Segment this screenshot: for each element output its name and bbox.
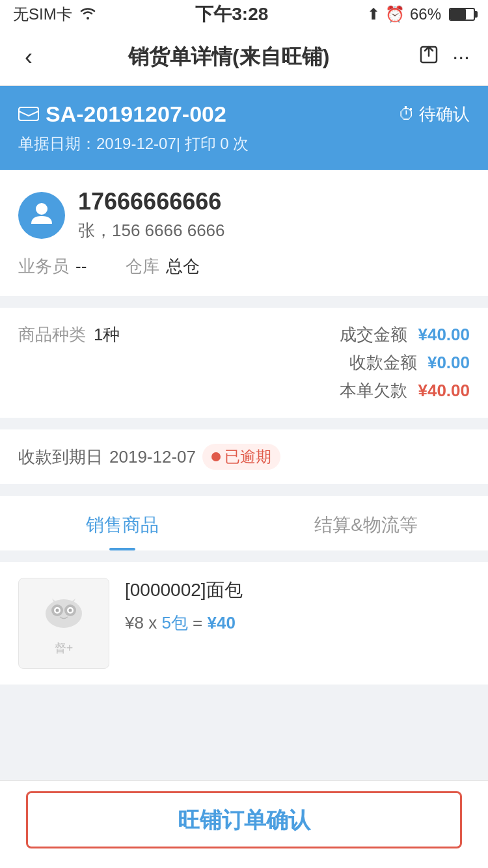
transaction-row: 成交金额 ¥40.00 [340,323,470,346]
salesperson-label: 业务员 [18,255,69,278]
nav-bar: ‹ 销货单详情(来自旺铺) ··· [0,29,488,86]
customer-info: 17666666666 张，156 6666 6666 [78,188,225,242]
product-info: [0000002]面包 ¥8 x 5包 = ¥40 [125,578,470,634]
owed-value: ¥40.00 [418,381,470,401]
overdue-badge: 已逾期 [202,444,280,470]
summary-left: 商品种类 1种 [18,323,120,346]
customer-card: 17666666666 张，156 6666 6666 业务员 -- 仓库 总仓 [0,170,488,296]
product-thumbnail: 督+ [18,578,109,669]
warehouse-item: 仓库 总仓 [126,255,200,278]
product-card: 督+ [0000002]面包 ¥8 x 5包 = ¥40 [0,562,488,685]
battery-percent: 66% [410,5,441,23]
transaction-value: ¥40.00 [418,325,470,345]
customer-top: 17666666666 张，156 6666 6666 [18,188,470,242]
tabs-bar: 销售商品 结算&物流等 [0,496,488,550]
carrier-text: 无SIM卡 [13,4,72,25]
owed-label: 本单欠款 [340,379,407,402]
salesperson-value: -- [75,256,87,277]
product-name: [0000002]面包 [125,578,470,603]
payment-row: 收款金额 ¥0.00 [349,351,470,374]
svg-point-8 [56,609,59,612]
status-time-icon: ⏱ [398,104,415,124]
svg-point-3 [46,599,82,628]
status-right: ⬆ ⏰ 66% [367,5,475,23]
customer-phone: 17666666666 [78,188,225,215]
tab-settlement[interactable]: 结算&物流等 [244,496,488,550]
product-thumb-label: 督+ [55,640,74,656]
avatar-icon [29,199,55,231]
order-id: SA-20191207-002 [18,102,226,127]
due-date-value: 2019-12-07 [109,447,196,467]
tab-sales-product[interactable]: 销售商品 [0,496,244,550]
warehouse-value: 总仓 [166,255,200,278]
product-quantity: 5包 [161,613,187,632]
battery-icon [449,8,475,21]
overdue-dot-icon [211,452,221,461]
product-unit-price: ¥8 [125,613,144,632]
salesperson-item: 业务员 -- [18,255,87,278]
product-multiply-sign: x [148,613,161,632]
product-equal-sign: = [193,613,207,632]
page-title: 销货单详情(来自旺铺) [128,43,329,72]
order-icon [18,102,39,127]
summary-card: 商品种类 1种 成交金额 ¥40.00 收款金额 ¥0.00 本单欠款 ¥40.… [0,308,488,418]
order-header-top: SA-20191207-002 ⏱ 待确认 [18,102,470,127]
share-icon[interactable] [418,44,439,70]
wifi-icon [79,5,97,23]
product-total: ¥40 [208,613,236,632]
category-label: 商品种类 [18,323,86,346]
customer-meta: 业务员 -- 仓库 总仓 [18,255,470,278]
order-date: 单据日期：2019-12-07| 打印 0 次 [18,133,470,154]
payment-label: 收款金额 [349,351,417,374]
due-date-label: 收款到期日 [18,446,103,468]
status-bar: 无SIM卡 下午3:28 ⬆ ⏰ 66% [0,0,488,29]
status-left: 无SIM卡 [13,4,97,25]
customer-name: 张，156 6666 6666 [78,219,225,242]
avatar [18,192,65,239]
warehouse-label: 仓库 [126,255,159,278]
product-owl-icon [38,591,90,638]
payment-value: ¥0.00 [427,353,470,373]
svg-point-9 [69,609,72,612]
order-header-card: SA-20191207-002 ⏱ 待确认 单据日期：2019-12-07| 打… [0,86,488,170]
back-button[interactable]: ‹ [18,37,39,77]
alarm-icon: ⏰ [385,5,405,23]
status-time: 下午3:28 [195,2,268,27]
confirm-button[interactable]: 旺铺订单确认 [26,791,462,848]
overdue-text: 已逾期 [224,446,271,467]
due-date-card: 收款到期日 2019-12-07 已逾期 [0,429,488,484]
location-icon: ⬆ [367,5,380,23]
summary-category: 商品种类 1种 [18,323,120,346]
svg-point-2 [36,203,47,215]
category-value: 1种 [94,323,120,346]
more-icon[interactable]: ··· [452,45,470,69]
transaction-label: 成交金额 [340,323,407,346]
summary-right: 成交金额 ¥40.00 收款金额 ¥0.00 本单欠款 ¥40.00 [340,323,470,402]
svg-rect-1 [19,107,38,120]
product-price: ¥8 x 5包 = ¥40 [125,612,470,634]
order-status: ⏱ 待确认 [398,103,470,126]
nav-actions: ··· [418,44,470,70]
owed-row: 本单欠款 ¥40.00 [340,379,470,402]
confirm-button-wrapper: 旺铺订单确认 [0,780,488,868]
